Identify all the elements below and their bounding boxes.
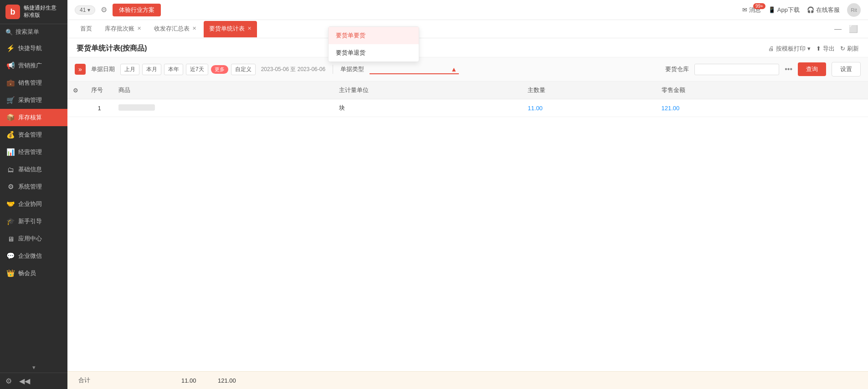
sidebar-item-enterprise[interactable]: 🤝 企业协同 — [0, 195, 67, 213]
header-settings-icon[interactable]: ⚙ — [101, 5, 107, 14]
main-area: 41 ▾ ⚙ 体验行业方案 ✉ 消息 99+ 📱 App下载 🎧 在线客服 Ri… — [67, 0, 868, 389]
date-this-month-btn[interactable]: 本月 — [142, 64, 161, 75]
industry-btn[interactable]: 体验行业方案 — [113, 4, 161, 16]
row-settings — [67, 99, 86, 117]
vip-icon: 👑 — [6, 269, 15, 277]
sidebar-item-label: 库存核算 — [18, 113, 42, 122]
filter-date-btns: 上月 本月 本年 近7天 更多 自定义 — [120, 64, 256, 75]
messages-btn[interactable]: ✉ 消息 99+ — [742, 6, 761, 14]
tab-inventory-batch-label: 库存批次账 — [105, 25, 134, 33]
sidebar-item-sales[interactable]: 💼 销售管理 — [0, 74, 67, 92]
col-settings[interactable]: ⚙ — [67, 82, 86, 99]
print-icon: 🖨 — [768, 45, 774, 52]
avatar[interactable]: Rit — [847, 3, 861, 17]
sidebar-item-purchase[interactable]: 🛒 采购管理 — [0, 92, 67, 109]
sidebar-scroll-down[interactable]: ▾ — [0, 362, 67, 373]
date-label: 单据日期 — [91, 65, 115, 73]
app-download-label: App下载 — [777, 6, 800, 14]
tab-minimize-icon[interactable]: — — [832, 23, 844, 35]
search-menu-item[interactable]: 🔍 搜索菜单 — [0, 24, 67, 40]
sidebar-settings-icon[interactable]: ⚙ — [5, 377, 12, 385]
sidebar-item-label: 快捷导航 — [18, 44, 42, 52]
set-btn[interactable]: 设置 — [832, 62, 861, 77]
type-select: ▲ — [370, 65, 459, 74]
data-table: ⚙ 序号 商品 主计量单位 主数量 零售金额 1 — [67, 82, 868, 117]
date-7days-btn[interactable]: 近7天 — [186, 64, 208, 75]
sidebar-item-wechat[interactable]: 💬 企业微信 — [0, 247, 67, 265]
footer-quantity: 11.00 — [181, 377, 218, 384]
query-btn[interactable]: 查询 — [798, 62, 826, 76]
sidebar-item-label: 系统管理 — [18, 183, 42, 191]
type-dropdown-menu: 要货单要货 要货单退货 — [328, 38, 419, 62]
col-unit: 主计量单位 — [334, 82, 522, 99]
sidebar-item-label: 企业微信 — [18, 252, 42, 260]
tab-inventory-batch[interactable]: 库存批次账 ✕ — [99, 21, 147, 37]
date-custom-btn[interactable]: 自定义 — [231, 64, 256, 75]
sidebar-nav: ⚡ 快捷导航 📢 营销推广 💼 销售管理 🛒 采购管理 📦 库存核算 💰 资金管… — [0, 40, 67, 362]
sidebar-item-vip[interactable]: 👑 畅会员 — [0, 265, 67, 282]
sidebar-item-label: 企业协同 — [18, 200, 42, 208]
sidebar-collapse-icon[interactable]: ◀◀ — [19, 377, 30, 385]
date-last-month-btn[interactable]: 上月 — [120, 64, 139, 75]
sidebar-item-label: 资金管理 — [18, 131, 42, 139]
dropdown-item-return[interactable]: 要货单退货 — [329, 44, 419, 61]
sidebar-item-inventory[interactable]: 📦 库存核算 — [0, 109, 67, 126]
sidebar-item-label: 营销推广 — [18, 61, 42, 70]
phone-icon: 📱 — [768, 6, 776, 13]
filter-separator — [333, 65, 333, 74]
print-chevron-down-icon: ▾ — [807, 45, 811, 52]
sidebar-item-operations[interactable]: 📊 经营管理 — [0, 143, 67, 161]
filter-more-dots-icon[interactable]: ••• — [785, 65, 792, 73]
quantity-link[interactable]: 11.00 — [528, 105, 543, 112]
col-product: 商品 — [113, 82, 334, 99]
dropdown-item-incoming[interactable]: 要货单要货 — [329, 38, 419, 44]
tab-home[interactable]: 首页 — [75, 21, 98, 37]
print-template-btn[interactable]: 🖨 按模板打印 ▾ — [768, 45, 811, 53]
date-this-year-btn[interactable]: 本年 — [164, 64, 183, 75]
refresh-btn[interactable]: ↻ 刷新 — [840, 45, 859, 53]
sidebar-item-marketing[interactable]: 📢 营销推广 — [0, 57, 67, 74]
sidebar-item-quick-nav[interactable]: ⚡ 快捷导航 — [0, 40, 67, 57]
filter-expand-btn[interactable]: » — [75, 64, 86, 75]
wechat-icon: 💬 — [6, 252, 15, 260]
customer-service-btn[interactable]: 🎧 在线客服 — [807, 6, 840, 14]
guide-icon: 🎓 — [6, 217, 15, 225]
sidebar-item-app-center[interactable]: 🖥 应用中心 — [0, 230, 67, 247]
system-icon: ⚙ — [6, 183, 15, 191]
close-order-summary-icon[interactable]: ✕ — [247, 26, 252, 31]
app-center-icon: 🖥 — [6, 235, 15, 243]
sidebar-item-label: 销售管理 — [18, 79, 42, 87]
sidebar-item-system[interactable]: ⚙ 系统管理 — [0, 178, 67, 195]
export-btn[interactable]: ⬆ 导出 — [816, 45, 835, 53]
app-logo-icon: b — [5, 5, 20, 19]
type-label: 单据类型 — [340, 65, 364, 73]
sidebar-footer: ⚙ ◀◀ — [0, 373, 67, 389]
inventory-icon: 📦 — [6, 113, 15, 122]
sidebar-item-label: 应用中心 — [18, 235, 42, 243]
finance-icon: 💰 — [6, 131, 15, 139]
close-receive-summary-icon[interactable]: ✕ — [192, 26, 196, 31]
type-arrow-up-icon[interactable]: ▲ — [451, 66, 457, 73]
close-inventory-batch-icon[interactable]: ✕ — [137, 26, 141, 31]
amount-link[interactable]: 121.00 — [662, 105, 680, 112]
avatar-text: Rit — [851, 7, 857, 13]
operations-icon: 📊 — [6, 148, 15, 156]
sidebar-item-guide[interactable]: 🎓 新手引导 — [0, 213, 67, 230]
row-unit: 块 — [334, 99, 522, 117]
messages-badge: 99+ — [753, 3, 765, 9]
app-download-btn[interactable]: 📱 App下载 — [768, 6, 800, 14]
date-more-btn[interactable]: 更多 — [211, 65, 228, 74]
sidebar-item-label: 新手引导 — [18, 217, 42, 225]
tab-order-summary[interactable]: 要货单统计表 ✕ — [204, 21, 257, 37]
table-header-row: ⚙ 序号 商品 主计量单位 主数量 零售金额 — [67, 82, 868, 99]
warehouse-input[interactable] — [694, 64, 779, 75]
headset-icon: 🎧 — [807, 6, 814, 13]
sales-icon: 💼 — [6, 79, 15, 87]
tab-bar: 首页 库存批次账 ✕ 收发存汇总表 ✕ 要货单统计表 ✕ — ⬜ — [67, 20, 868, 38]
tab-receive-summary[interactable]: 收发存汇总表 ✕ — [149, 21, 202, 37]
sidebar-item-basic-info[interactable]: 🗂 基础信息 — [0, 161, 67, 178]
type-input[interactable] — [370, 65, 459, 74]
tab-expand-icon[interactable]: ⬜ — [846, 23, 861, 35]
sidebar-item-finance[interactable]: 💰 资金管理 — [0, 126, 67, 143]
message-icon: ✉ — [742, 6, 747, 13]
